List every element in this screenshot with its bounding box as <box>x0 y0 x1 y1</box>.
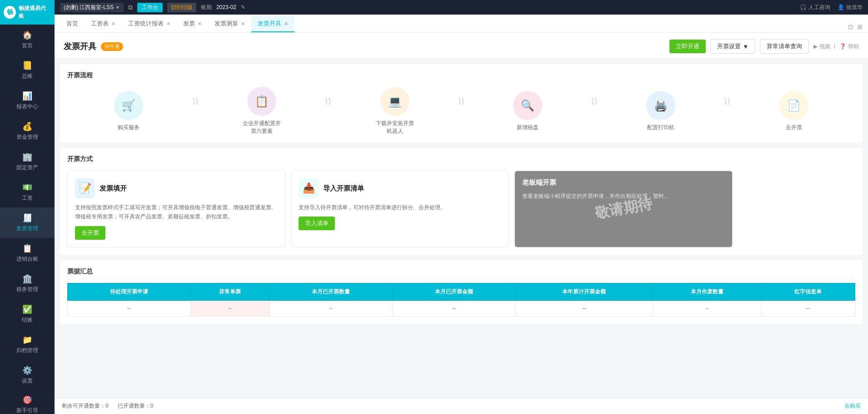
tab-expand-icon[interactable]: ⊞ <box>857 23 863 30</box>
guide-icon: 🎯 <box>22 395 32 405</box>
process-step-5: 🖨️ 配置打印机 <box>599 91 723 131</box>
go-issue-button[interactable]: 去开票 <box>75 226 105 240</box>
headset-icon: 🎧 <box>800 4 807 10</box>
process-step-1: 🛒 购买服务 <box>67 91 190 131</box>
logo-text: 畅捷通易代账 <box>19 5 51 20</box>
tab-invoice[interactable]: 发票 ✕ <box>177 16 208 32</box>
fill-card-icon: 📝 <box>75 178 95 198</box>
sidebar-item-funds[interactable]: 💰 资金管理 <box>0 116 55 146</box>
process-step-2: 📋 企业开通配置开票六要素 <box>200 87 324 135</box>
tab-payroll-report[interactable]: 工资统计报表 ✕ <box>122 16 177 32</box>
copy-icon[interactable]: ⧉ <box>128 4 133 11</box>
arrow-1: ⟩⟩ <box>192 96 199 106</box>
col-header-0: 待处理开票申请 <box>68 283 191 300</box>
step-3-label: 下载并安装开票机器人 <box>374 120 415 135</box>
table-row: -- -- -- -- -- -- -- <box>68 300 855 316</box>
col-header-4: 本年累计开票金额 <box>515 283 653 300</box>
import-invoice-card: 📥 导入开票清单 支持导入待开票清单，可对待开票清单进行拆分、合并处理。 导入清… <box>291 171 509 247</box>
cell-6: -- <box>761 300 855 316</box>
import-card-desc: 支持导入待开票清单，可对待开票清单进行拆分、合并处理。 <box>299 203 501 212</box>
tab-invoice-calc[interactable]: 发票测算 ✕ <box>208 16 251 32</box>
sidebar-item-payroll[interactable]: 💵 工资 <box>0 177 55 207</box>
process-step-4: 🔍 新增税盘 <box>466 91 589 131</box>
buy-link[interactable]: 去购买 <box>844 402 861 410</box>
import-list-button[interactable]: 导入清单 <box>299 217 335 230</box>
sidebar-item-close[interactable]: ✅ 结账 <box>0 299 55 329</box>
arrow-3: ⟩⟩ <box>458 96 464 106</box>
query-button[interactable]: 异常清单查询 <box>760 39 809 54</box>
cell-2: -- <box>269 300 393 316</box>
tab-close-invoice-issue[interactable]: ✕ <box>284 21 288 27</box>
company-selector[interactable]: (勿删) 江西服室-LSS ▼ <box>60 3 124 12</box>
settings-dropdown-icon: ▼ <box>743 43 748 50</box>
fill-card-header: 📝 发票填开 <box>75 178 278 198</box>
remaining-label: 剩余可开通数量：0 <box>62 402 109 410</box>
summary-section: 票据汇总 待处理开票申请 异常单票 本月已开票数量 本月已开票金额 本年累计开票… <box>60 260 863 324</box>
used-label: 已开通数量：0 <box>118 402 154 410</box>
step-6-icon: 📄 <box>779 91 808 120</box>
tab-home[interactable]: 首页 <box>60 16 85 32</box>
import-card-icon: 📥 <box>299 178 319 198</box>
tab-payroll[interactable]: 工资表 ✕ <box>85 16 122 32</box>
settings-icon: ⚙️ <box>22 365 32 375</box>
topbar: (勿删) 江西服室-LSS ▼ ⧉ 工作台 切到旧版 账期 2023-02 ✎ … <box>55 0 868 15</box>
trade-icon: 📋 <box>22 243 32 253</box>
tab-restore-icon[interactable]: ⊡ <box>848 23 853 30</box>
sidebar-item-invoice[interactable]: 🧾 发票管理 <box>0 207 55 238</box>
sidebar-item-tax[interactable]: 🏛️ 税务管理 <box>0 268 55 299</box>
assets-icon: 🏢 <box>22 152 32 162</box>
arrow-4: ⟩⟩ <box>591 96 598 106</box>
view-label: ▶ 视频 丨 ❓ 帮助 <box>813 43 859 50</box>
overlay-text: 敬请期待 <box>593 194 654 224</box>
col-header-2: 本月已开票数量 <box>269 283 393 300</box>
sidebar-item-reports[interactable]: 📊 报表中心 <box>0 86 55 116</box>
tab-invoice-issue[interactable]: 发票开具 ✕ <box>251 16 294 32</box>
methods-section-title: 开票方式 <box>67 155 855 163</box>
tax-icon: 🏛️ <box>22 274 32 284</box>
sidebar-item-ledger[interactable]: 📒 总账 <box>0 55 55 86</box>
sidebar-item-settings[interactable]: ⚙️ 设置 <box>0 360 55 390</box>
step-6-label: 去开票 <box>786 124 802 131</box>
fill-card-desc: 支持按照发票样式手工填写开发票；可开具增值税电子普通发票、增值税普通发票、增值税… <box>75 203 278 222</box>
period-edit-icon[interactable]: ✎ <box>241 4 245 10</box>
page-content: 发票开具 待开通 立即开通 开票设置 ▼ 异常清单查询 ▶ 视频 丨 ❓ 帮助 <box>55 33 868 398</box>
cell-3: -- <box>393 300 516 316</box>
methods-row: 📝 发票填开 支持按照发票样式手工填写开发票；可开具增值税电子普通发票、增值税普… <box>67 171 855 247</box>
bottombar: 剩余可开通数量：0 已开通数量：0 去购买 <box>55 398 868 414</box>
old-card-overlay: 敬请期待 <box>515 171 732 247</box>
process-step-3: 💻 下载并安装开票机器人 <box>333 87 456 135</box>
workspace-btn[interactable]: 工作台 <box>137 3 163 12</box>
sidebar-item-assets[interactable]: 🏢 固定资产 <box>0 146 55 177</box>
sidebar: 畅 畅捷通易代账 🏠 首页 📒 总账 📊 报表中心 💰 资金管理 🏢 固定资产 … <box>0 0 55 414</box>
user-menu[interactable]: 👤 徐淇华 <box>838 4 863 11</box>
col-header-5: 本月作废数量 <box>653 283 761 300</box>
tab-close-payroll-report[interactable]: ✕ <box>166 21 170 27</box>
tab-close-invoice-calc[interactable]: ✕ <box>241 21 245 27</box>
logo-icon: 畅 <box>4 6 16 19</box>
switch-version-btn[interactable]: 切到旧版 <box>167 3 196 12</box>
summary-title: 票据汇总 <box>67 268 855 276</box>
col-header-6: 红字信息单 <box>761 283 855 300</box>
sidebar-logo[interactable]: 畅 畅捷通易代账 <box>0 0 55 25</box>
page-header-actions: 立即开通 开票设置 ▼ 异常清单查询 ▶ 视频 丨 ❓ 帮助 <box>669 39 859 54</box>
process-step-6: 📄 去开票 <box>732 91 855 131</box>
open-now-button[interactable]: 立即开通 <box>669 40 706 53</box>
sidebar-item-trade[interactable]: 📋 进销台账 <box>0 238 55 268</box>
col-header-1: 异常单票 <box>190 283 269 300</box>
page-header: 发票开具 待开通 立即开通 开票设置 ▼ 异常清单查询 ▶ 视频 丨 ❓ 帮助 <box>55 33 868 59</box>
summary-table: 待处理开票申请 异常单票 本月已开票数量 本月已开票金额 本年累计开票金额 本月… <box>67 283 855 317</box>
service-btn[interactable]: 🎧 人工咨询 <box>800 4 830 11</box>
funds-icon: 💰 <box>22 121 32 131</box>
fill-invoice-card: 📝 发票填开 支持按照发票样式手工填写开发票；可开具增值税电子普通发票、增值税普… <box>67 171 285 247</box>
sidebar-item-guide[interactable]: 🎯 新手引导 <box>0 390 55 414</box>
video-icon: ▶ <box>813 43 818 50</box>
import-card-title: 导入开票清单 <box>323 184 364 193</box>
step-5-icon: 🖨️ <box>646 91 675 120</box>
tab-close-invoice[interactable]: ✕ <box>198 21 202 27</box>
arrow-2: ⟩⟩ <box>325 96 331 106</box>
settings-button[interactable]: 开票设置 ▼ <box>710 39 755 54</box>
tab-close-payroll[interactable]: ✕ <box>111 21 115 27</box>
step-2-icon: 📋 <box>247 87 276 116</box>
sidebar-item-home[interactable]: 🏠 首页 <box>0 25 55 55</box>
sidebar-item-archive[interactable]: 📁 归档管理 <box>0 329 55 360</box>
